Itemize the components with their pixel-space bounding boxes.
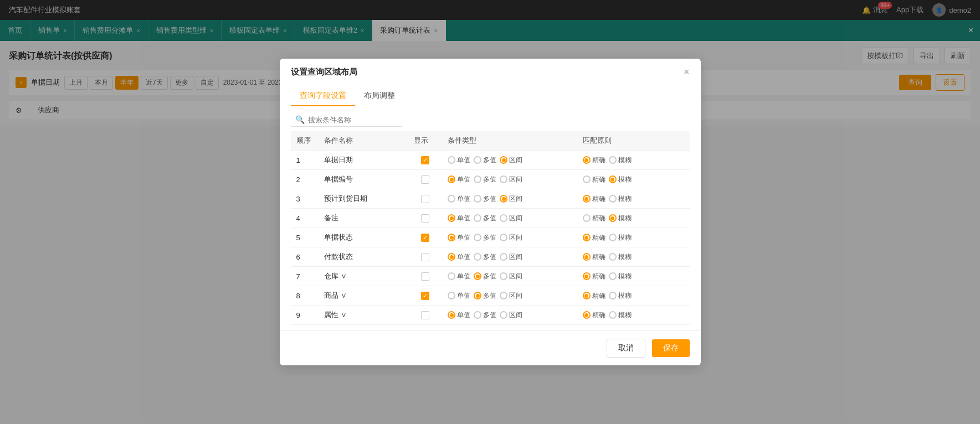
show-checkbox[interactable] bbox=[421, 253, 429, 261]
radio-circle bbox=[609, 272, 617, 280]
show-checkbox[interactable] bbox=[421, 195, 429, 203]
dialog-tab-layout[interactable]: 布局调整 bbox=[355, 85, 404, 106]
row-type: 单值 多值 区间 bbox=[442, 170, 577, 189]
row-show[interactable] bbox=[408, 189, 442, 209]
radio-match-精确-row7[interactable]: 精确 bbox=[583, 291, 606, 301]
row-show[interactable] bbox=[408, 247, 442, 267]
radio-type-单值-row1[interactable]: 单值 bbox=[448, 175, 470, 184]
radio-type-区间-row4[interactable]: 区间 bbox=[500, 233, 522, 242]
radio-circle bbox=[609, 156, 617, 164]
radio-type-多值-row0[interactable]: 多值 bbox=[474, 156, 496, 165]
radio-type-区间-row2[interactable]: 区间 bbox=[500, 194, 522, 204]
radio-match-精确-row8[interactable]: 精确 bbox=[583, 311, 606, 320]
radio-match-模糊-row6[interactable]: 模糊 bbox=[609, 272, 632, 281]
search-input[interactable] bbox=[308, 116, 397, 124]
match-radio-group-row2: 精确 模糊 bbox=[583, 194, 684, 204]
radio-match-模糊-row7[interactable]: 模糊 bbox=[609, 291, 632, 301]
radio-type-多值-row1[interactable]: 多值 bbox=[474, 175, 496, 184]
radio-circle bbox=[448, 175, 455, 183]
row-name: 仓库 ∨ bbox=[319, 267, 408, 286]
radio-match-精确-row4[interactable]: 精确 bbox=[583, 233, 606, 242]
radio-circle bbox=[609, 214, 617, 222]
radio-circle bbox=[583, 195, 591, 203]
show-checkbox[interactable] bbox=[421, 156, 429, 164]
row-match: 精确 模糊 bbox=[577, 286, 690, 306]
show-checkbox[interactable] bbox=[421, 214, 429, 223]
row-show[interactable] bbox=[408, 306, 442, 325]
row-show[interactable] bbox=[408, 325, 442, 331]
radio-type-单值-row4[interactable]: 单值 bbox=[448, 233, 470, 242]
radio-type-区间-row5[interactable]: 区间 bbox=[500, 252, 522, 262]
radio-type-区间-row8[interactable]: 区间 bbox=[500, 311, 522, 320]
radio-type-单值-row2[interactable]: 单值 bbox=[448, 194, 470, 204]
radio-match-模糊-row8[interactable]: 模糊 bbox=[609, 311, 632, 320]
radio-match-模糊-row1[interactable]: 模糊 bbox=[609, 175, 632, 184]
radio-type-单值-row3[interactable]: 单值 bbox=[448, 214, 470, 223]
radio-circle bbox=[474, 292, 481, 299]
radio-circle bbox=[583, 175, 591, 183]
row-type: 单值 多值 区间 bbox=[442, 209, 577, 228]
radio-circle bbox=[500, 311, 507, 319]
radio-type-多值-row5[interactable]: 多值 bbox=[474, 252, 496, 262]
row-show[interactable] bbox=[408, 209, 442, 228]
radio-type-区间-row1[interactable]: 区间 bbox=[500, 175, 522, 184]
dialog-tab-query-fields[interactable]: 查询字段设置 bbox=[291, 85, 355, 106]
radio-type-单值-row0[interactable]: 单值 bbox=[448, 156, 470, 165]
radio-match-精确-row3[interactable]: 精确 bbox=[583, 214, 606, 223]
radio-match-精确-row1[interactable]: 精确 bbox=[583, 175, 606, 184]
radio-match-精确-row0[interactable]: 精确 bbox=[583, 156, 606, 165]
radio-type-多值-row3[interactable]: 多值 bbox=[474, 214, 496, 223]
radio-match-模糊-row0[interactable]: 模糊 bbox=[609, 156, 632, 165]
radio-circle bbox=[609, 195, 617, 203]
match-radio-group-row3: 精确 模糊 bbox=[583, 214, 684, 223]
radio-circle bbox=[448, 292, 455, 299]
radio-match-模糊-row4[interactable]: 模糊 bbox=[609, 233, 632, 242]
radio-type-多值-row7[interactable]: 多值 bbox=[474, 291, 496, 301]
show-checkbox[interactable] bbox=[421, 175, 429, 184]
radio-circle bbox=[474, 253, 481, 261]
table-row: 6 付款状态 单值 多值 区间 精确 bbox=[291, 247, 690, 267]
radio-type-多值-row6[interactable]: 多值 bbox=[474, 272, 496, 281]
radio-match-模糊-row5[interactable]: 模糊 bbox=[609, 252, 632, 262]
radio-type-区间-row7[interactable]: 区间 bbox=[500, 291, 522, 301]
dialog-footer: 取消 保存 bbox=[280, 330, 701, 365]
radio-type-多值-row4[interactable]: 多值 bbox=[474, 233, 496, 242]
radio-match-精确-row2[interactable]: 精确 bbox=[583, 194, 606, 204]
cancel-button[interactable]: 取消 bbox=[607, 339, 645, 358]
dialog-close-button[interactable]: × bbox=[684, 66, 690, 78]
radio-type-多值-row8[interactable]: 多值 bbox=[474, 311, 496, 320]
row-show[interactable] bbox=[408, 228, 442, 247]
row-order: 8 bbox=[291, 286, 319, 306]
radio-match-模糊-row2[interactable]: 模糊 bbox=[609, 194, 632, 204]
show-checkbox[interactable] bbox=[421, 272, 429, 281]
radio-circle bbox=[500, 195, 507, 203]
match-radio-group-row5: 精确 模糊 bbox=[583, 252, 684, 262]
row-show[interactable] bbox=[408, 170, 442, 189]
row-type: 单值 多值 区间 bbox=[442, 228, 577, 247]
match-radio-group-row6: 精确 模糊 bbox=[583, 272, 684, 281]
radio-type-区间-row0[interactable]: 区间 bbox=[500, 156, 522, 165]
match-radio-group-row4: 精确 模糊 bbox=[583, 233, 684, 242]
radio-match-精确-row6[interactable]: 精确 bbox=[583, 272, 606, 281]
radio-type-单值-row8[interactable]: 单值 bbox=[448, 311, 470, 320]
radio-match-模糊-row3[interactable]: 模糊 bbox=[609, 214, 632, 223]
dialog-table-wrap: 顺序 条件名称 显示 条件类型 匹配原则 1 单据日期 单值 bbox=[280, 131, 701, 330]
save-button[interactable]: 保存 bbox=[652, 339, 690, 357]
row-show[interactable] bbox=[408, 151, 442, 170]
row-show[interactable] bbox=[408, 267, 442, 286]
radio-type-区间-row3[interactable]: 区间 bbox=[500, 214, 522, 223]
radio-circle bbox=[583, 156, 591, 164]
show-checkbox[interactable] bbox=[421, 311, 429, 319]
radio-type-单值-row5[interactable]: 单值 bbox=[448, 252, 470, 262]
radio-circle bbox=[500, 272, 507, 280]
radio-match-精确-row5[interactable]: 精确 bbox=[583, 252, 606, 262]
radio-type-单值-row6[interactable]: 单值 bbox=[448, 272, 470, 281]
radio-type-单值-row7[interactable]: 单值 bbox=[448, 291, 470, 301]
row-show[interactable] bbox=[408, 286, 442, 306]
type-radio-group-row7: 单值 多值 区间 bbox=[448, 291, 571, 301]
radio-type-区间-row6[interactable]: 区间 bbox=[500, 272, 522, 281]
show-checkbox[interactable] bbox=[421, 234, 429, 242]
radio-type-多值-row2[interactable]: 多值 bbox=[474, 194, 496, 204]
row-order: 4 bbox=[291, 209, 319, 228]
show-checkbox[interactable] bbox=[421, 292, 429, 300]
